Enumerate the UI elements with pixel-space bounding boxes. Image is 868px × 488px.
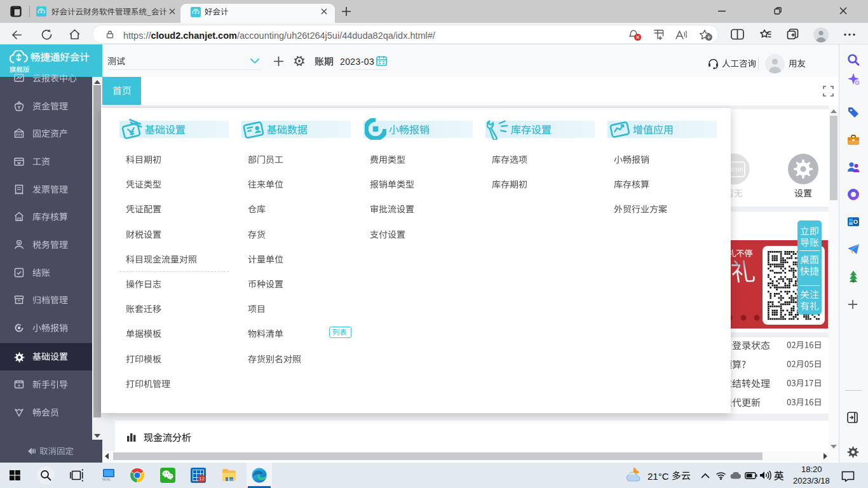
svg-text:12: 12 [199,476,204,482]
